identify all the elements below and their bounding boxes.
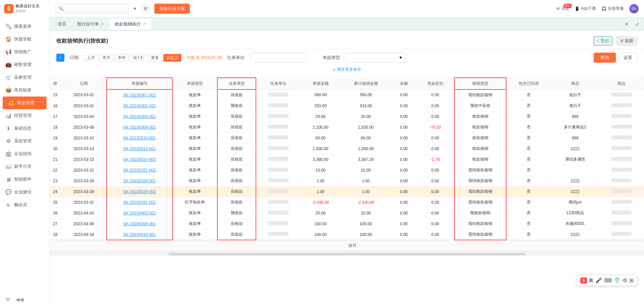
table-row[interactable]: 19 2023-03-10 SK-20230310-001 收款单 应收款 60…: [50, 133, 644, 143]
service-btn[interactable]: 🎧 在线客服: [601, 6, 624, 11]
hardware-icon: 🖥: [5, 177, 11, 182]
sidebar-item-purchase[interactable]: 🛒 采购管理: [0, 71, 49, 84]
tab-home[interactable]: 首页: [52, 19, 72, 29]
row-product: 多计量商品2: [551, 122, 599, 133]
col-settings-icon[interactable]: ⚙: [53, 81, 57, 86]
table-row[interactable]: 17 2023-03-04 SK-20230304-001 收款单 应收款 20…: [50, 111, 644, 122]
sidebar-item-sales[interactable]: 💼 销售管理: [0, 58, 49, 71]
order-no-link[interactable]: SK-20230301-002: [123, 93, 156, 98]
tab-verify-close[interactable]: ✕: [143, 22, 146, 26]
order-no-link[interactable]: SK-20230302-002: [123, 104, 156, 108]
date-7days-btn[interactable]: 近7天: [130, 54, 147, 62]
date-more-btn[interactable]: 更多: [148, 54, 162, 62]
table-row[interactable]: 22 2023-03-21 SK-20230321-003 收款单 应收款 10…: [50, 165, 644, 176]
sidebar-item-member[interactable]: V 畅会员: [0, 198, 49, 211]
row-discount: 0.00: [416, 89, 454, 101]
sidebar-item-marketing[interactable]: 📢 营销推广: [0, 46, 49, 58]
table-row[interactable]: 28 2023-04-18 SK-20230418-001 收款单 应收款 10…: [50, 229, 644, 240]
refresh-btn[interactable]: ↺ 刷新: [616, 36, 637, 46]
order-no-link[interactable]: SK-20230328-001: [123, 179, 156, 183]
order-no-link[interactable]: SK-20230304-001: [123, 114, 156, 119]
tab-home-label: 首页: [58, 21, 66, 27]
ime-gear-icon[interactable]: ⚙: [623, 277, 627, 284]
order-no-link[interactable]: SK-20230310-001: [123, 136, 156, 140]
tab-verify[interactable]: 收款核销执行 ✕: [109, 19, 151, 29]
app-download-btn[interactable]: 📱 App下载: [575, 6, 596, 11]
th-verified: 累计核销金额: [340, 78, 391, 89]
row-order-no: SK-20230314-001: [107, 143, 172, 154]
tab-expand-btn[interactable]: ⤢: [633, 20, 641, 28]
table-row[interactable]: 16 2023-03-02 SK-20230302-002 收款单 预收款 33…: [50, 101, 644, 111]
ime-mic-icon[interactable]: 🎤: [595, 277, 602, 284]
order-no-link[interactable]: SK-20230418-001: [123, 232, 156, 237]
sidebar-item-inventory[interactable]: 📦 库存核算: [0, 84, 49, 97]
table-row[interactable]: 20 2023-03-14 SK-20230314-001 收款单 应收款 1,…: [50, 143, 644, 154]
date-this-year-btn[interactable]: 本年: [115, 54, 129, 62]
table-row[interactable]: 24 2023-03-28 SK-20230328-002 收款单 应收款 1.…: [50, 186, 644, 197]
date-custom-btn[interactable]: 自定义: [163, 54, 181, 62]
topbar-gear-btn[interactable]: ⚙: [141, 4, 150, 13]
sidebar-item-corp[interactable]: 🏢 企业协同: [0, 147, 49, 160]
table-row[interactable]: 26 2023-04-03 SK-20230403-002 收款单 预收款 20…: [50, 208, 644, 219]
topbar-search-area[interactable]: 🔍: [55, 4, 129, 14]
expand-filter-btn[interactable]: ∨ 展开更多条件: [56, 65, 637, 74]
order-type-select[interactable]: ▼: [345, 53, 406, 63]
table-row[interactable]: 15 2023-03-01 SK-20230301-002 收款单 应收款 36…: [50, 89, 644, 101]
row-verified: 100.00: [340, 229, 391, 240]
filter-toggle-btn[interactable]: »: [56, 54, 64, 62]
sidebar-item-system[interactable]: ⚙ 系统管理: [0, 135, 49, 147]
topbar-dropdown[interactable]: ▼: [133, 6, 137, 11]
order-no-link[interactable]: SK-20230308-001: [123, 125, 156, 130]
refresh-label: 刷新: [625, 38, 634, 44]
order-no-link[interactable]: SK-20230328-002: [123, 189, 156, 194]
sidebar-label-quicknav: 快捷导航: [14, 36, 32, 42]
settings-bottom-icon[interactable]: ⚙: [5, 296, 10, 303]
counterparty-input[interactable]: [250, 53, 306, 63]
query-btn[interactable]: 查询: [594, 53, 616, 63]
search-input[interactable]: [66, 6, 125, 11]
table-container[interactable]: ⚙ 日期 单据编号 单据类型 业务类型 往来单位 单据金额 累计核销金额 余额 …: [50, 77, 644, 306]
order-no-link[interactable]: SK-20230315-002: [123, 157, 156, 162]
tab-prepay-close[interactable]: ✕: [101, 22, 104, 26]
tab-prepay[interactable]: 预付应付单 ✕: [72, 19, 109, 29]
row-order-no: SK-20230310-001: [107, 133, 172, 143]
user-area[interactable]: Rit: [629, 4, 639, 13]
export-btn[interactable]: ↑ 导出: [593, 36, 613, 46]
avatar[interactable]: Rit: [629, 4, 639, 13]
row-amount: 360.00: [301, 89, 340, 101]
ime-apps-icon[interactable]: ⊞: [629, 277, 634, 284]
sidebar-item-basic[interactable]: ℹ 基础信息: [0, 122, 49, 135]
table-row[interactable]: 18 2023-03-08 SK-20230308-001 收款单 应收款 2,…: [50, 122, 644, 133]
ime-keyboard-icon[interactable]: ⌨: [604, 277, 612, 284]
tab-close-btn[interactable]: ✕: [623, 20, 631, 28]
sidebar-item-search[interactable]: 🔍 搜索菜单: [0, 20, 49, 33]
sidebar-item-hardware[interactable]: 🖥 智能硬件: [0, 173, 49, 186]
table-row[interactable]: 27 2023-04-08 SK-20230408-001 收款单 应收款 10…: [50, 219, 644, 229]
sidebar-item-wechat[interactable]: 💬 企业微信: [0, 186, 49, 198]
sidebar-item-finance[interactable]: 💰 资金管理: [3, 97, 47, 109]
row-biz-type: 预收款: [217, 208, 256, 219]
table-row[interactable]: 23 2023-03-28 SK-20230328-001 收款单 应收款 1.…: [50, 176, 644, 186]
sidebar-item-operation[interactable]: 📊 经营管理: [0, 109, 49, 122]
sidebar-item-guide[interactable]: 📖 新手引导: [0, 160, 49, 173]
table-row[interactable]: 25 2023-03-31 SK-20230331-002 红字收款单 应收款 …: [50, 197, 644, 208]
date-last-month-btn[interactable]: 上月: [84, 54, 98, 62]
order-no-link[interactable]: SK-20230331-002: [123, 200, 156, 205]
row-biz-type: 应收款: [217, 111, 256, 122]
service-icon: 🎧: [601, 6, 606, 11]
table-row[interactable]: 21 2023-03-15 SK-20230315-002 收款单 应收款 3,…: [50, 154, 644, 165]
messages-btn[interactable]: ✉ 消息 99+: [556, 6, 569, 11]
order-no-link[interactable]: SK-20230314-001: [123, 146, 156, 151]
ime-shirt-icon[interactable]: 👕: [614, 277, 621, 284]
order-no-link[interactable]: SK-20230321-003: [123, 168, 156, 173]
date-this-month-btn[interactable]: 本月: [99, 54, 113, 62]
collapse-icon[interactable]: ◀◀: [15, 296, 23, 303]
col-settings-th[interactable]: ⚙: [50, 78, 61, 89]
order-no-link[interactable]: SK-20230408-001: [123, 222, 156, 226]
set-btn[interactable]: 设置: [619, 53, 637, 63]
industry-btn[interactable]: 体验行业方案: [154, 4, 190, 14]
scroll-bar[interactable]: [168, 253, 525, 255]
sidebar-item-quicknav[interactable]: 🏠 快捷导航: [0, 33, 49, 46]
scroll-area[interactable]: [50, 251, 644, 256]
order-no-link[interactable]: SK-20230403-002: [123, 211, 156, 216]
